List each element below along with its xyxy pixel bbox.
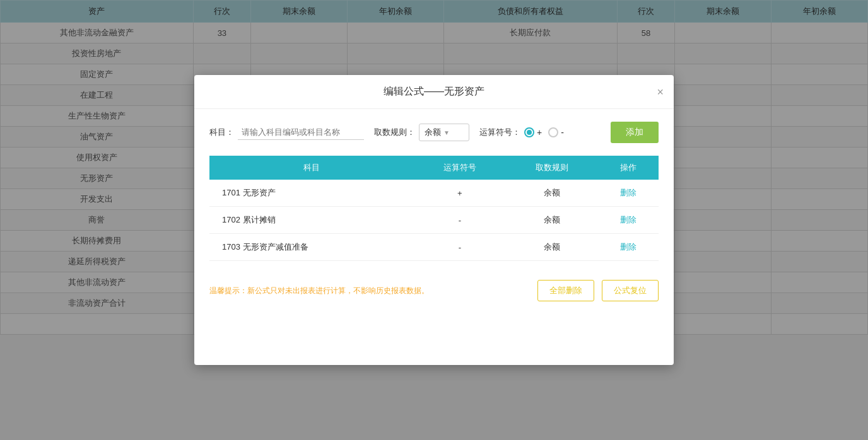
form-row: 科目： 取数规则： 余额 ▼ 运算符号： + bbox=[194, 109, 674, 156]
operator-group: 运算符号： + - bbox=[479, 127, 564, 138]
rule-select-value: 余额 bbox=[425, 127, 441, 138]
operator-cell: - bbox=[414, 234, 506, 261]
delete-link[interactable]: 删除 bbox=[620, 215, 636, 224]
table-row: 1702 累计摊销-余额删除 bbox=[209, 207, 659, 234]
action-cell: 删除 bbox=[598, 234, 659, 261]
radio-minus-circle bbox=[548, 127, 558, 137]
footer-buttons: 全部删除 公式复位 bbox=[537, 280, 659, 301]
radio-minus[interactable]: - bbox=[548, 127, 564, 137]
inner-table-container: 科目运算符号取数规则操作 1701 无形资产+余额删除1702 累计摊销-余额删… bbox=[209, 156, 659, 261]
table-row: 1701 无形资产+余额删除 bbox=[209, 180, 659, 207]
rule-cell: 余额 bbox=[506, 234, 598, 261]
operator-cell: - bbox=[414, 207, 506, 234]
table-row: 1703 无形资产减值准备-余额删除 bbox=[209, 234, 659, 261]
table-header-row: 科目运算符号取数规则操作 bbox=[209, 156, 659, 180]
rule-cell: 余额 bbox=[506, 207, 598, 234]
formula-table: 科目运算符号取数规则操作 1701 无形资产+余额删除1702 累计摊销-余额删… bbox=[209, 156, 659, 261]
subject-cell: 1702 累计摊销 bbox=[209, 207, 414, 234]
close-button[interactable]: × bbox=[657, 86, 664, 98]
rule-select[interactable]: 余额 ▼ bbox=[419, 124, 469, 141]
modal-dialog: 编辑公式——无形资产 × 科目： 取数规则： 余额 ▼ 运算符号： bbox=[194, 75, 674, 365]
inner-col-header: 操作 bbox=[598, 156, 659, 180]
footer-tip: 温馨提示：新公式只对未出报表进行计算，不影响历史报表数据。 bbox=[209, 286, 429, 296]
dropdown-arrow-icon: ▼ bbox=[443, 129, 450, 136]
subject-cell: 1703 无形资产减值准备 bbox=[209, 234, 414, 261]
action-cell: 删除 bbox=[598, 207, 659, 234]
inner-col-header: 取数规则 bbox=[506, 156, 598, 180]
operator-cell: + bbox=[414, 180, 506, 207]
operator-label: 运算符号： bbox=[479, 127, 520, 138]
inner-col-header: 科目 bbox=[209, 156, 414, 180]
rule-cell: 余额 bbox=[506, 180, 598, 207]
modal-overlay: 编辑公式——无形资产 × 科目： 取数规则： 余额 ▼ 运算符号： bbox=[0, 0, 868, 440]
subject-cell: 1701 无形资产 bbox=[209, 180, 414, 207]
delete-link[interactable]: 删除 bbox=[620, 188, 636, 197]
rule-group: 取数规则： 余额 ▼ bbox=[374, 124, 469, 141]
radio-plus-circle bbox=[524, 127, 534, 137]
subject-input[interactable] bbox=[238, 125, 364, 140]
delete-all-button[interactable]: 全部删除 bbox=[537, 280, 594, 301]
rule-label: 取数规则： bbox=[374, 127, 415, 138]
modal-footer: 温馨提示：新公式只对未出报表进行计算，不影响历史报表数据。 全部删除 公式复位 bbox=[194, 267, 674, 301]
subject-group: 科目： bbox=[209, 125, 364, 140]
modal-header: 编辑公式——无形资产 × bbox=[194, 75, 674, 109]
subject-label: 科目： bbox=[209, 127, 234, 138]
add-button[interactable]: 添加 bbox=[611, 122, 659, 143]
table-body: 1701 无形资产+余额删除1702 累计摊销-余额删除1703 无形资产减值准… bbox=[209, 180, 659, 261]
page-container: 资产行次期末余额年初余额负债和所有者权益行次期末余额年初余额 其他非流动金融资产… bbox=[0, 0, 868, 440]
radio-plus[interactable]: + bbox=[524, 127, 542, 137]
radio-minus-label: - bbox=[561, 127, 564, 137]
reset-formula-button[interactable]: 公式复位 bbox=[602, 280, 659, 301]
action-cell: 删除 bbox=[598, 180, 659, 207]
inner-col-header: 运算符号 bbox=[414, 156, 506, 180]
radio-group: + - bbox=[524, 127, 564, 137]
modal-title: 编辑公式——无形资产 bbox=[384, 86, 484, 96]
delete-link[interactable]: 删除 bbox=[620, 242, 636, 252]
radio-plus-label: + bbox=[537, 127, 542, 137]
